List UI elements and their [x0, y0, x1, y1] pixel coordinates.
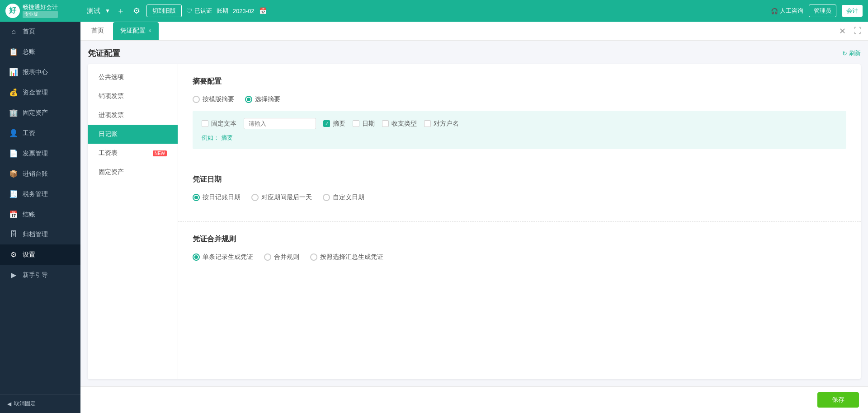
service-button[interactable]: 🎧 人工咨询	[771, 7, 803, 15]
logo-area: 好 畅捷通好会计 专业版	[5, 4, 82, 19]
radio-custom-date[interactable]: 自定义日期	[323, 193, 364, 202]
checkbox-payment-type[interactable]: 收支类型	[382, 120, 417, 128]
nav-journal[interactable]: 日记账	[88, 125, 178, 144]
accountant-button[interactable]: 会计	[842, 5, 863, 17]
sidebar-scroll: ⌂ 首页 📋 总账 📊 报表中心 💰 资金管理 🏢 固定资产 👤 工资	[0, 22, 80, 394]
sidebar-item-label-ledger: 总账	[23, 48, 35, 56]
sidebar-item-label-invoice: 发票管理	[23, 150, 48, 158]
nav-sales[interactable]: 销项发票	[88, 87, 178, 106]
radio-merge-rules[interactable]: 合并规则	[264, 253, 299, 261]
checkbox-date[interactable]: 日期	[353, 120, 375, 128]
page-title: 凭证配置	[88, 48, 120, 59]
settings-header-button[interactable]: ⚙	[131, 4, 142, 18]
sidebar: ⌂ 首页 📋 总账 📊 报表中心 💰 资金管理 🏢 固定资产 👤 工资	[0, 22, 80, 413]
radio-journal-date[interactable]: 按日记账日期	[193, 193, 241, 202]
radio-single-label: 单条记录生成凭证	[203, 253, 253, 261]
fixed-text-input[interactable]	[244, 118, 316, 129]
sidebar-item-label-payroll: 工资	[23, 129, 35, 137]
tab-home[interactable]: 首页	[84, 22, 111, 40]
guide-icon: ▶	[9, 271, 18, 279]
sidebar-item-ledger[interactable]: 📋 总账	[0, 42, 80, 62]
nav-purchase[interactable]: 进项发票	[88, 106, 178, 125]
logo-badge: 专业版	[23, 11, 58, 18]
sidebar-item-label-guide: 新手引导	[23, 271, 48, 279]
refresh-label: 刷新	[849, 49, 861, 57]
sidebar-item-guide[interactable]: ▶ 新手引导	[0, 265, 80, 285]
checkbox-fixed-text[interactable]: 固定文本	[202, 120, 236, 128]
checkbox-counterparty[interactable]: 对方户名	[424, 120, 459, 128]
sidebar-item-funds[interactable]: 💰 资金管理	[0, 82, 80, 103]
cancel-fixed-button[interactable]: ◀ 取消固定	[0, 394, 80, 413]
save-button[interactable]: 保存	[817, 392, 859, 408]
logo-title: 畅捷通好会计	[23, 4, 58, 11]
radio-select-merge[interactable]: 按照选择汇总生成凭证	[310, 253, 383, 261]
summary-config-box: 固定文本 ✓ 摘要 日期	[193, 111, 846, 149]
nav-payroll-label: 工资表	[99, 149, 118, 157]
sidebar-item-archive[interactable]: 🗄 归档管理	[0, 225, 80, 244]
radio-template-summary[interactable]: 按模版摘要	[193, 95, 234, 103]
radio-select-label: 选择摘要	[255, 95, 280, 103]
funds-icon: 💰	[9, 88, 18, 97]
sidebar-item-invoice[interactable]: 📄 发票管理	[0, 143, 80, 164]
checkbox-date-box	[353, 120, 359, 127]
tab-active-label: 凭证配置	[120, 27, 146, 35]
add-button[interactable]: ＋	[115, 4, 127, 18]
radio-select-merge-circle	[310, 253, 317, 261]
summary-section: 摘要配置 按模版摘要 选择摘要	[178, 64, 861, 162]
nav-payroll[interactable]: 工资表 NEW	[88, 144, 178, 163]
sidebar-item-label-inventory: 进销台账	[23, 170, 48, 178]
sidebar-item-label-archive: 归档管理	[23, 230, 48, 239]
logo-icon: 好	[5, 4, 20, 18]
radio-template-label: 按模版摘要	[203, 95, 234, 103]
counterparty-label: 对方户名	[434, 120, 459, 128]
sidebar-item-payroll[interactable]: 👤 工资	[0, 123, 80, 143]
tab-close-icon[interactable]: ×	[148, 28, 151, 34]
radio-journal-date-label: 按日记账日期	[203, 193, 241, 202]
checkbox-summary[interactable]: ✓ 摘要	[323, 120, 345, 128]
radio-single-record[interactable]: 单条记录生成凭证	[193, 253, 253, 261]
merge-radio-group: 单条记录生成凭证 合并规则 按照选择汇总生成凭证	[193, 253, 846, 261]
sidebar-item-reports[interactable]: 📊 报表中心	[0, 62, 80, 82]
company-dropdown-icon[interactable]: ▼	[105, 8, 110, 14]
sidebar-item-label-home: 首页	[23, 28, 35, 36]
fixed-assets-icon: 🏢	[9, 108, 18, 117]
sidebar-item-inventory[interactable]: 📦 进销台账	[0, 164, 80, 184]
sidebar-item-settings[interactable]: ⚙ 设置	[0, 244, 80, 265]
sidebar-item-home[interactable]: ⌂ 首页	[0, 22, 80, 42]
header-right: 🎧 人工咨询 管理员 会计	[771, 5, 863, 17]
sidebar-item-tax[interactable]: 🧾 税务管理	[0, 184, 80, 204]
page-header: 凭证配置 ↻ 刷新	[88, 48, 861, 59]
refresh-button[interactable]: ↻ 刷新	[842, 49, 861, 57]
nav-journal-label: 日记账	[99, 130, 118, 137]
cancel-fixed-label: 取消固定	[14, 400, 36, 408]
payroll-icon: 👤	[9, 129, 18, 137]
example-value: 摘要	[221, 134, 233, 141]
switch-old-button[interactable]: 切到旧版	[146, 5, 182, 17]
shield-icon: 🛡	[186, 7, 193, 14]
expand-panel-button[interactable]: ⛶	[851, 24, 864, 38]
invoice-icon: 📄	[9, 149, 18, 158]
checkbox-summary-box: ✓	[323, 120, 330, 127]
fixed-text-label: 固定文本	[211, 120, 236, 128]
close-panel-button[interactable]: ✕	[835, 24, 849, 38]
sidebar-item-fixed-assets[interactable]: 🏢 固定资产	[0, 103, 80, 123]
ledger-icon: 📋	[9, 47, 18, 56]
calendar-icon[interactable]: 📅	[259, 7, 267, 14]
summary-config-row: 固定文本 ✓ 摘要 日期	[202, 118, 837, 129]
archive-icon: 🗄	[9, 230, 18, 239]
tab-bar: 首页 凭证配置 × ✕ ⛶	[80, 22, 868, 41]
admin-button[interactable]: 管理员	[809, 5, 836, 17]
radio-single-circle	[193, 253, 200, 261]
radio-select-summary[interactable]: 选择摘要	[245, 95, 280, 103]
nav-public[interactable]: 公共选项	[88, 68, 178, 87]
page-container: 凭证配置 ↻ 刷新 公共选项 销项发票 进项发票	[80, 41, 868, 386]
tab-voucher-config[interactable]: 凭证配置 ×	[113, 22, 159, 40]
nav-fixed-assets[interactable]: 固定资产	[88, 163, 178, 182]
radio-last-day[interactable]: 对应期间最后一天	[251, 193, 312, 202]
new-badge: NEW	[153, 150, 167, 156]
certified-label: 已认证	[194, 7, 212, 15]
bottom-bar: 保存	[80, 386, 868, 413]
nav-payroll-inner: 工资表 NEW	[99, 149, 167, 157]
sidebar-item-label-fixed-assets: 固定资产	[23, 109, 48, 117]
sidebar-item-close[interactable]: 📅 结账	[0, 204, 80, 225]
